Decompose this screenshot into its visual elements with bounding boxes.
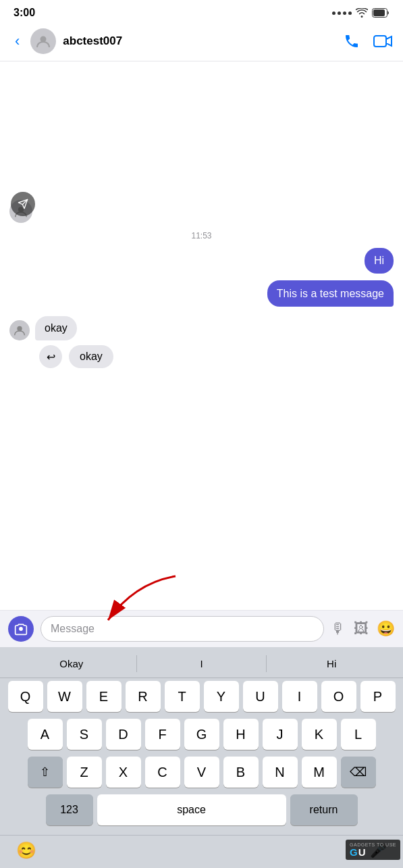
key-j[interactable]: J — [263, 719, 298, 750]
autocomplete-i[interactable]: I — [137, 655, 267, 672]
receiver-avatar — [9, 320, 30, 340]
key-b[interactable]: B — [223, 757, 259, 788]
send-float-button[interactable] — [11, 192, 35, 216]
mic-input-icon[interactable]: 🎙 — [331, 620, 346, 638]
autocomplete-hi[interactable]: Hi — [267, 655, 396, 672]
battery-icon — [372, 8, 389, 18]
autocomplete-row: Okay I Hi — [0, 653, 403, 678]
key-p[interactable]: P — [360, 681, 396, 712]
key-f[interactable]: F — [145, 719, 180, 750]
watermark-g: G — [350, 847, 358, 857]
call-button[interactable] — [344, 33, 360, 49]
key-y[interactable]: Y — [204, 681, 239, 712]
key-h[interactable]: H — [223, 719, 259, 750]
message-placeholder: Message — [51, 623, 95, 635]
key-m[interactable]: M — [302, 757, 337, 788]
svg-rect-3 — [374, 36, 386, 47]
status-icons — [332, 8, 389, 18]
camera-button[interactable] — [8, 616, 34, 642]
shift-key[interactable]: ⇧ — [28, 757, 63, 788]
key-l[interactable]: L — [341, 719, 376, 750]
chat-header: ‹ abctest007 — [0, 23, 403, 61]
key-row-4: 123 space return — [3, 794, 400, 825]
input-icons: 🎙 🖼 😀 — [331, 620, 395, 638]
key-rows: Q W E R T Y U I O P A S D F G H J K — [0, 678, 403, 825]
watermark-u: U — [358, 847, 366, 857]
space-key[interactable]: space — [97, 794, 286, 825]
sticker-input-icon[interactable]: 😀 — [377, 620, 395, 638]
photo-message — [0, 70, 403, 226]
input-bar-container: Message 🎙 🖼 😀 — [0, 610, 403, 647]
sent-message-hi: Hi — [0, 246, 403, 276]
key-u[interactable]: U — [243, 681, 278, 712]
timestamp: 11:53 — [0, 231, 403, 240]
chat-area: 11:53 Hi This is a test message — [0, 61, 403, 610]
autocomplete-okay[interactable]: Okay — [7, 655, 136, 672]
key-i[interactable]: I — [282, 681, 317, 712]
watermark-logo: G U — [350, 847, 396, 857]
key-a[interactable]: A — [28, 719, 63, 750]
key-s[interactable]: S — [67, 719, 102, 750]
key-d[interactable]: D — [106, 719, 141, 750]
key-r[interactable]: R — [126, 681, 161, 712]
header-actions — [344, 33, 392, 49]
key-n[interactable]: N — [263, 757, 298, 788]
watermark: GADGETS TO USE G U — [346, 840, 400, 860]
contact-name[interactable]: abctest007 — [63, 34, 337, 48]
sent-message-test: This is a test message — [0, 278, 403, 309]
num-key[interactable]: 123 — [46, 794, 93, 825]
delete-key[interactable]: ⌫ — [341, 757, 376, 788]
key-x[interactable]: X — [106, 757, 141, 788]
contact-avatar — [30, 28, 56, 54]
emoji-bottom-icon[interactable]: 😊 — [16, 841, 36, 860]
key-w[interactable]: W — [47, 681, 82, 712]
key-k[interactable]: K — [302, 719, 337, 750]
key-t[interactable]: T — [165, 681, 200, 712]
key-z[interactable]: Z — [67, 757, 102, 788]
page-wrapper: 3:00 ‹ — [0, 0, 403, 868]
back-button[interactable]: ‹ — [11, 30, 24, 53]
bottom-bar: 😊 🎤 — [0, 835, 403, 868]
received-message-okay: okay — [0, 314, 403, 342]
key-row-2: A S D F G H J K L — [3, 719, 400, 750]
key-row-3: ⇧ Z X C V B N M ⌫ — [3, 757, 400, 788]
reply-button[interactable]: ↩ — [39, 345, 62, 368]
sent-bubble-hi: Hi — [365, 248, 394, 274]
key-c[interactable]: C — [145, 757, 180, 788]
wifi-icon — [356, 8, 368, 18]
signal-dots-icon — [332, 11, 352, 15]
photo-grid — [38, 72, 42, 223]
received-bubble-okay: okay — [35, 316, 77, 340]
svg-point-32 — [19, 627, 23, 631]
message-input[interactable]: Message — [41, 616, 324, 642]
photo-grid-wrapper — [38, 72, 42, 223]
video-button[interactable] — [373, 33, 392, 49]
status-time: 3:00 — [14, 7, 35, 19]
image-input-icon[interactable]: 🖼 — [354, 620, 369, 638]
key-row-1: Q W E R T Y U I O P — [3, 681, 400, 712]
okay-suggestion-bubble[interactable]: okay — [69, 345, 113, 368]
key-q[interactable]: Q — [8, 681, 43, 712]
svg-rect-1 — [373, 9, 385, 16]
key-e[interactable]: E — [86, 681, 122, 712]
return-key[interactable]: return — [290, 794, 358, 825]
key-v[interactable]: V — [184, 757, 219, 788]
keyboard: Okay I Hi Q W E R T Y U I O P A — [0, 647, 403, 835]
input-bar: Message 🎙 🖼 😀 — [0, 610, 403, 647]
sent-bubble-test: This is a test message — [267, 280, 394, 307]
status-bar: 3:00 — [0, 0, 403, 23]
received-message-group: okay ↩ okay — [0, 314, 403, 371]
key-g[interactable]: G — [184, 719, 219, 750]
key-o[interactable]: O — [321, 681, 356, 712]
action-row: ↩ okay — [0, 342, 403, 371]
